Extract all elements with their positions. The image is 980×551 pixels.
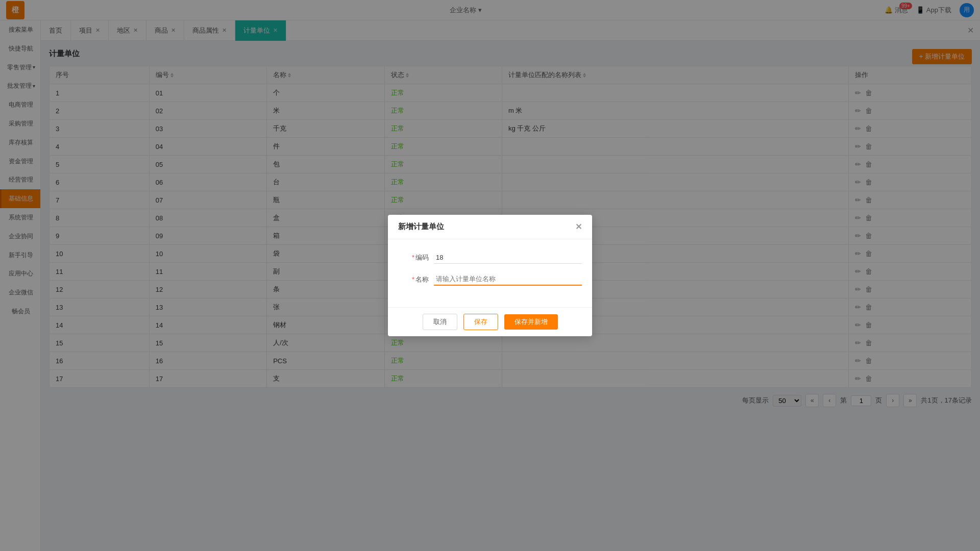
dialog-title: 新增计量单位	[398, 222, 444, 232]
code-input[interactable]	[434, 252, 582, 264]
dialog-close-button[interactable]: ✕	[575, 222, 582, 232]
name-label: *名称	[398, 275, 429, 284]
code-label: *编码	[398, 253, 429, 262]
form-row-code: *编码	[398, 252, 582, 264]
save-and-new-button[interactable]: 保存并新增	[504, 314, 558, 330]
dialog-header: 新增计量单位 ✕	[388, 215, 592, 239]
form-row-name: *名称	[398, 273, 582, 286]
name-input[interactable]	[434, 273, 582, 286]
dialog-overlay: 新增计量单位 ✕ *编码 *名称 取消 保存 保存并新增	[0, 0, 980, 551]
add-unit-dialog: 新增计量单位 ✕ *编码 *名称 取消 保存 保存并新增	[388, 215, 592, 336]
dialog-body: *编码 *名称	[388, 239, 592, 307]
save-button[interactable]: 保存	[463, 314, 498, 330]
cancel-button[interactable]: 取消	[423, 314, 457, 330]
dialog-footer: 取消 保存 保存并新增	[388, 307, 592, 336]
